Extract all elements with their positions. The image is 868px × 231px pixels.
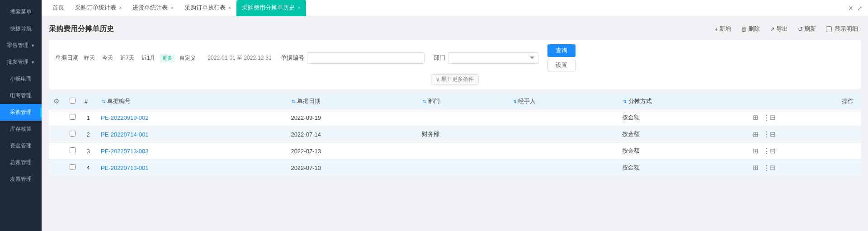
- refresh-icon: ↺: [798, 26, 803, 33]
- row-dept: 财务部: [417, 126, 508, 143]
- sidebar-item-retail[interactable]: 零售管理 ▼: [0, 37, 42, 54]
- edit-icon[interactable]: ⊞: [752, 146, 760, 156]
- tab-label: 采购订单执行表: [184, 4, 226, 12]
- doc-no-label: 单据编号: [281, 54, 304, 62]
- edit-icon[interactable]: ⊞: [752, 129, 760, 139]
- row-select-checkbox[interactable]: [70, 131, 75, 137]
- delete-button[interactable]: 🗑 删除: [738, 24, 763, 34]
- tab-label: 采购订单统计表: [75, 4, 116, 12]
- maximize-icon[interactable]: ⤢: [857, 5, 863, 12]
- doc-no-link[interactable]: PE-20220713-001: [101, 165, 149, 171]
- tab-purchase-cost-history[interactable]: 采购费用分摊单历史 ×: [236, 0, 306, 16]
- date-label: 单据日期: [55, 54, 79, 62]
- sidebar-item-label: 资金管理: [10, 142, 32, 149]
- main-content: 首页 采购订单统计表 × 进货单统计表 × 采购订单执行表 × 采购费用分摊单历…: [42, 0, 868, 231]
- tab-incoming-stats[interactable]: 进货单统计表 ×: [127, 0, 179, 16]
- close-icon[interactable]: ×: [228, 5, 231, 10]
- date-option-custom[interactable]: 自定义: [177, 53, 198, 63]
- split-method-header: ⇅ 分摊方式: [618, 94, 747, 109]
- row-doc-date: 2022-07-13: [286, 143, 417, 160]
- row-doc-date: 2022-07-13: [286, 160, 417, 176]
- row-actions: ⊞ ⋮⊟: [747, 160, 861, 176]
- row-doc-date: 2022-09-19: [286, 109, 417, 126]
- date-option-7days[interactable]: 近7天: [118, 53, 137, 63]
- date-search-field: 单据日期 昨天 今天 近7天 近1月 更多 自定义: [55, 53, 198, 63]
- show-columns-checkbox[interactable]: [826, 26, 832, 32]
- row-actions: ⊞ ⋮⊟: [747, 109, 861, 126]
- doc-no-input[interactable]: [307, 52, 425, 64]
- edit-icon[interactable]: ⊞: [752, 113, 760, 123]
- row-dept: [417, 143, 508, 160]
- row-select-checkbox[interactable]: [70, 114, 75, 120]
- show-columns-label: 显示明细: [835, 25, 858, 33]
- sort-icon: ⇅: [423, 99, 426, 104]
- show-columns-button[interactable]: 显示明细: [823, 24, 861, 34]
- sidebar-item-ecommerce[interactable]: 电商管理: [0, 87, 42, 104]
- date-option-today[interactable]: 今天: [99, 53, 116, 63]
- date-option-1month[interactable]: 近1月: [139, 53, 158, 63]
- sidebar-item-invoice[interactable]: 发票管理: [0, 171, 42, 188]
- sidebar-item-wholesale[interactable]: 批发管理 ▼: [0, 54, 42, 71]
- sidebar-item-finance[interactable]: 资金管理: [0, 137, 42, 154]
- row-split-method: 按金额: [618, 143, 747, 160]
- sidebar-item-quicknav[interactable]: 快捷导航: [0, 20, 42, 37]
- export-button[interactable]: ↗ 导出: [767, 24, 791, 34]
- row-settings: [49, 109, 65, 126]
- row-actions: ⊞ ⋮⊟: [747, 143, 861, 160]
- sort-icon: ⇅: [292, 99, 295, 104]
- chevron-down-icon: ∨: [436, 76, 440, 83]
- row-doc-no: PE-20220714-001: [96, 126, 286, 143]
- refresh-button[interactable]: ↺ 刷新: [795, 24, 819, 34]
- row-checkbox: [65, 143, 80, 160]
- dept-select[interactable]: 财务部: [448, 52, 538, 64]
- more-icon[interactable]: ⋮⊟: [762, 146, 777, 156]
- chevron-down-icon: ▼: [31, 60, 35, 65]
- setting-button[interactable]: 设置: [547, 59, 576, 71]
- doc-no-link[interactable]: PE-20220919-002: [101, 114, 149, 121]
- close-icon[interactable]: ×: [170, 5, 173, 10]
- row-num: 1: [80, 109, 96, 126]
- close-icon[interactable]: ×: [119, 5, 122, 10]
- table-container: ⚙ # ⇅ 单据编号 ⇅ 单据日期 ⇅ 部门: [49, 94, 861, 176]
- more-icon[interactable]: ⋮⊟: [762, 163, 777, 173]
- expand-label: 展开更多条件: [441, 75, 474, 83]
- row-select-checkbox[interactable]: [70, 147, 75, 153]
- dept-label: 部门: [434, 54, 445, 62]
- row-split-method: 按金额: [618, 109, 747, 126]
- doc-no-link[interactable]: PE-20220714-001: [101, 131, 149, 138]
- doc-no-header: ⇅ 单据编号: [96, 94, 286, 109]
- tab-home[interactable]: 首页: [47, 0, 70, 16]
- add-label: 新增: [719, 25, 731, 33]
- close-icon[interactable]: ×: [297, 5, 300, 10]
- row-dept: [417, 109, 508, 126]
- tab-purchase-order-exec[interactable]: 采购订单执行表 ×: [179, 0, 236, 16]
- doc-no-field: 单据编号: [281, 52, 425, 64]
- more-icon[interactable]: ⋮⊟: [762, 129, 777, 139]
- sidebar: 搜索菜单 快捷导航 零售管理 ▼ 批发管理 ▼ 小畅电商 电商管理 采购管理 库…: [0, 0, 42, 231]
- tab-purchase-order-stats[interactable]: 采购订单统计表 ×: [70, 0, 127, 16]
- settings-icon[interactable]: ⚙: [53, 97, 59, 105]
- sidebar-item-search[interactable]: 搜索菜单: [0, 4, 42, 20]
- doc-no-link[interactable]: PE-20220713-003: [101, 148, 149, 155]
- sort-icon: ⇅: [623, 99, 627, 104]
- sidebar-item-inventory[interactable]: 库存核算: [0, 121, 42, 137]
- plus-icon: +: [714, 26, 718, 33]
- row-num: 3: [80, 143, 96, 160]
- sidebar-item-purchase[interactable]: 采购管理: [0, 104, 42, 121]
- more-icon[interactable]: ⋮⊟: [762, 113, 777, 123]
- row-settings: [49, 160, 65, 176]
- tab-bar-actions: ✕ ⤢: [848, 5, 863, 12]
- edit-icon[interactable]: ⊞: [752, 163, 760, 173]
- add-button[interactable]: + 新增: [712, 24, 734, 34]
- row-settings: [49, 143, 65, 160]
- close-tab-icon[interactable]: ✕: [848, 5, 854, 12]
- select-all-checkbox[interactable]: [70, 98, 75, 104]
- row-select-checkbox[interactable]: [70, 164, 75, 170]
- table-row: 2 PE-20220714-001 2022-07-14 财务部 按金额 ⊞ ⋮…: [49, 126, 861, 143]
- expand-button[interactable]: ∨ 展开更多条件: [431, 74, 479, 85]
- date-option-yesterday[interactable]: 昨天: [81, 53, 98, 63]
- date-option-more[interactable]: 更多: [160, 54, 175, 62]
- sidebar-item-ecommerce-small[interactable]: 小畅电商: [0, 71, 42, 87]
- sidebar-item-ledger[interactable]: 总账管理: [0, 154, 42, 171]
- search-button[interactable]: 查询: [547, 44, 576, 57]
